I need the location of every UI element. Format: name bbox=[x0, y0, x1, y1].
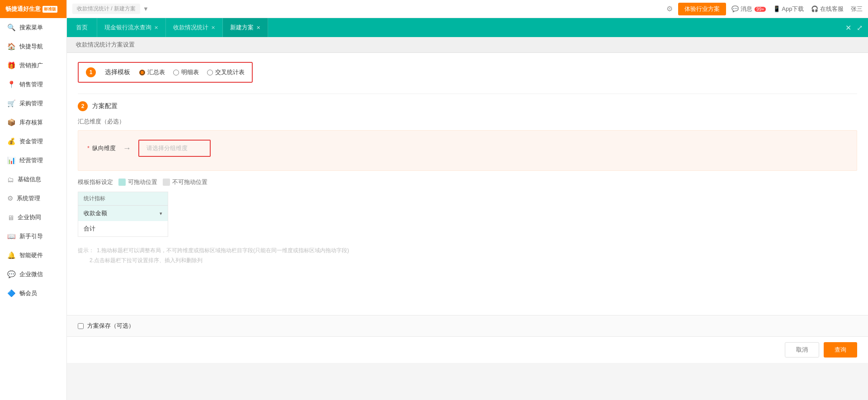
sidebar: 畅捷通好生意 标准版 🔍 搜索菜单 🏠 快捷导航 🎁 营销推广 📍 销售管理 🛒… bbox=[0, 0, 67, 400]
step2-header: 2 方案配置 bbox=[78, 101, 857, 111]
form-content: 1 选择模板 汇总表 明细表 bbox=[67, 53, 868, 315]
dimension-row: * 纵向维度 → 请选择分组维度 bbox=[87, 140, 848, 157]
sidebar-item-label: 企业协同 bbox=[18, 213, 41, 221]
sidebar-item-search[interactable]: 🔍 搜索菜单 bbox=[0, 18, 66, 37]
box-icon: 📦 bbox=[7, 118, 16, 127]
settings-icon[interactable]: ⚙ bbox=[666, 5, 673, 13]
tips-section: 提示： 1.拖动标题栏可以调整布局，不可跨维度或指标区域拖动栏目字段(只能在同一… bbox=[78, 246, 857, 265]
indicator-row[interactable]: 收款金额 ▾ bbox=[78, 206, 168, 221]
sidebar-item-funds[interactable]: 💰 资金管理 bbox=[0, 132, 66, 151]
indicator-title: 模板指标设定 bbox=[78, 178, 113, 186]
sidebar-item-label: 销售管理 bbox=[19, 80, 43, 89]
tab-bar: 首页 现金银行流水查询 ✕ 收款情况统计 ✕ 新建方案 ✕ ✕ ⤢ bbox=[67, 18, 868, 37]
close-tab-bankflow-icon[interactable]: ✕ bbox=[154, 25, 158, 31]
tab-bankflow[interactable]: 现金银行流水查询 ✕ bbox=[97, 18, 166, 37]
top-header: 收款情况统计 / 新建方案 ▼ ⚙ 体验行业方案 💬 消息 99+ 📱 App下… bbox=[67, 0, 868, 18]
page-title: 收款情况统计方案设置 bbox=[76, 41, 135, 48]
close-tab-receipt-icon[interactable]: ✕ bbox=[211, 25, 215, 31]
diamond-icon: 🔷 bbox=[7, 289, 16, 297]
legend-non-draggable: 不可拖动位置 bbox=[163, 178, 208, 186]
query-button[interactable]: 查询 bbox=[824, 342, 857, 358]
sidebar-item-hardware[interactable]: 🔔 智能硬件 bbox=[0, 246, 66, 265]
logo-text: 畅捷通好生意 bbox=[5, 5, 41, 13]
indicator-table-header: 统计指标 bbox=[78, 192, 168, 206]
close-tab-newplan-icon[interactable]: ✕ bbox=[256, 25, 260, 31]
close-window-icon[interactable]: ✕ bbox=[845, 24, 851, 32]
breadcrumb: 收款情况统计 / 新建方案 bbox=[72, 4, 140, 14]
indicator-header: 模板指标设定 可拖动位置 不可拖动位置 bbox=[78, 178, 857, 186]
monitor-icon: 🖥 bbox=[7, 214, 14, 221]
folder-icon: 🗂 bbox=[7, 176, 14, 184]
template-radio-group: 汇总表 明细表 交叉统计表 bbox=[139, 68, 245, 76]
sidebar-item-purchase[interactable]: 🛒 采购管理 bbox=[0, 94, 66, 113]
save-checkbox[interactable] bbox=[78, 323, 84, 329]
window-controls: ✕ ⤢ bbox=[840, 18, 868, 37]
pin-icon: 📍 bbox=[7, 80, 16, 89]
radio-cross[interactable]: 交叉统计表 bbox=[207, 68, 245, 76]
chat-icon: 💬 bbox=[7, 270, 16, 278]
download-area[interactable]: 📱 App下载 bbox=[773, 5, 804, 13]
indicator-table: 统计指标 收款金额 ▾ 合计 bbox=[78, 192, 168, 237]
sidebar-item-label: 基础信息 bbox=[18, 175, 41, 184]
step1-number: 1 bbox=[86, 67, 96, 77]
sidebar-item-operations[interactable]: 📊 经营管理 bbox=[0, 151, 66, 170]
footer-buttons: 取消 查询 bbox=[67, 336, 868, 363]
tab-receipt[interactable]: 收款情况统计 ✕ bbox=[166, 18, 223, 37]
sidebar-item-label: 经营管理 bbox=[19, 156, 43, 165]
sidebar-item-label: 快捷导航 bbox=[19, 42, 43, 51]
tab-newplan[interactable]: 新建方案 ✕ bbox=[223, 18, 268, 37]
radio-summary[interactable]: 汇总表 bbox=[139, 68, 165, 76]
sidebar-item-system[interactable]: ⚙ 系统管理 bbox=[0, 189, 66, 208]
step1-section: 1 选择模板 汇总表 明细表 bbox=[78, 62, 857, 83]
sidebar-item-label: 资金管理 bbox=[19, 137, 43, 146]
cancel-button[interactable]: 取消 bbox=[785, 342, 819, 358]
sidebar-item-label: 搜索菜单 bbox=[19, 24, 43, 32]
sidebar-item-label: 营销推广 bbox=[19, 61, 43, 70]
legend-draggable: 可拖动位置 bbox=[118, 178, 157, 186]
message-area[interactable]: 💬 消息 99+ bbox=[731, 5, 766, 13]
tab-home[interactable]: 首页 bbox=[67, 18, 97, 37]
service-area[interactable]: 🎧 在线客服 bbox=[811, 5, 844, 13]
sidebar-item-sales[interactable]: 📍 销售管理 bbox=[0, 75, 66, 94]
tip-line-2: 2.点击标题栏下拉可设置排序、插入列和删除列 bbox=[78, 256, 857, 266]
sidebar-item-inventory[interactable]: 📦 库存核算 bbox=[0, 113, 66, 132]
sidebar-item-marketing[interactable]: 🎁 营销推广 bbox=[0, 56, 66, 75]
sidebar-item-quicknav[interactable]: 🏠 快捷导航 bbox=[0, 37, 66, 56]
sidebar-item-basic[interactable]: 🗂 基础信息 bbox=[0, 170, 66, 189]
save-section: 方案保存（可选） bbox=[67, 315, 868, 336]
industry-button[interactable]: 体验行业方案 bbox=[678, 3, 726, 15]
cart-icon: 🛒 bbox=[7, 99, 16, 108]
content-area: 收款情况统计方案设置 1 选择模板 汇总表 bbox=[67, 37, 868, 400]
dimension-select[interactable]: 请选择分组维度 bbox=[138, 140, 211, 157]
step1-header: 1 选择模板 汇总表 明细表 bbox=[78, 62, 857, 83]
template-selection: 1 选择模板 汇总表 明细表 bbox=[78, 62, 253, 83]
book-icon: 📖 bbox=[7, 232, 16, 240]
sidebar-item-wechat[interactable]: 💬 企业微信 bbox=[0, 265, 66, 284]
money-icon: 💰 bbox=[7, 137, 16, 146]
sidebar-item-enterprise[interactable]: 🖥 企业协同 bbox=[0, 208, 66, 227]
draggable-legend-box bbox=[118, 179, 126, 186]
header-right: 💬 消息 99+ 📱 App下载 🎧 在线客服 张三 bbox=[731, 5, 863, 13]
radio-detail[interactable]: 明细表 bbox=[173, 68, 199, 76]
dropdown-arrow-icon[interactable]: ▼ bbox=[143, 5, 149, 12]
indicator-dropdown-icon[interactable]: ▾ bbox=[160, 211, 162, 216]
sidebar-item-label: 库存核算 bbox=[19, 118, 43, 127]
sidebar-item-member[interactable]: 🔷 畅会员 bbox=[0, 284, 66, 303]
chart-icon: 📊 bbox=[7, 156, 16, 165]
maximize-icon[interactable]: ⤢ bbox=[857, 24, 863, 32]
main-area: 收款情况统计 / 新建方案 ▼ ⚙ 体验行业方案 💬 消息 99+ 📱 App下… bbox=[67, 0, 868, 400]
logo-badge: 标准版 bbox=[42, 6, 57, 13]
sidebar-item-label: 畅会员 bbox=[19, 289, 37, 297]
home-icon: 🏠 bbox=[7, 42, 16, 51]
sidebar-item-guide[interactable]: 📖 新手引导 bbox=[0, 227, 66, 246]
search-icon: 🔍 bbox=[7, 24, 16, 32]
step2-number: 2 bbox=[78, 101, 88, 111]
sidebar-logo: 畅捷通好生意 标准版 bbox=[0, 0, 66, 18]
user-name[interactable]: 张三 bbox=[851, 5, 863, 13]
sidebar-item-label: 系统管理 bbox=[17, 194, 40, 202]
non-draggable-legend-box bbox=[163, 179, 170, 186]
step2-section: 2 方案配置 汇总维度（必选） * 纵向维度 → bbox=[78, 94, 857, 265]
gear-icon: ⚙ bbox=[7, 194, 13, 202]
save-label: 方案保存（可选） bbox=[87, 322, 134, 330]
dim-arrow-icon: → bbox=[123, 144, 131, 153]
